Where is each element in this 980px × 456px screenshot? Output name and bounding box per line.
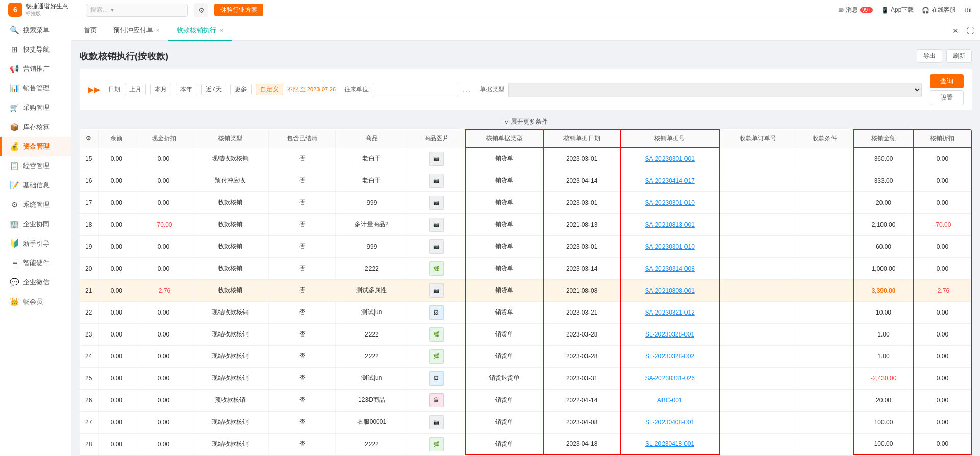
sidebar-item-sales[interactable]: 📊 销售管理 [0, 79, 71, 98]
td-row-num: 23 [80, 323, 98, 345]
this-year-btn[interactable]: 本年 [176, 84, 197, 95]
filter-bar: ▶▶ 日期 上月 本月 本年 近7天 更多 自定义 不限 至 2023-07-2… [80, 69, 972, 110]
cancel-bill-no-link[interactable]: SA-20210813-001 [645, 221, 694, 228]
sidebar-item-marketing[interactable]: 📢 营销推广 [0, 59, 71, 79]
logo-sub: 标推版 [26, 10, 68, 17]
column-settings-icon: ⚙ [86, 135, 91, 142]
expand-more-conditions-bar[interactable]: ∨ 展开更多条件 [80, 114, 972, 129]
app-download-button[interactable]: 📱 App下载 [881, 6, 914, 14]
sidebar: 🔍 搜索菜单 ⊞ 快捷导航 📢 营销推广 📊 销售管理 🛒 采购管理 📦 库存核… [0, 20, 71, 456]
orange-arrow-icon[interactable]: ▶▶ [88, 85, 100, 94]
sidebar-item-finance[interactable]: 💰 资金管理 [0, 137, 71, 156]
app-download-label: App下载 [891, 6, 914, 14]
sidebar-item-sys-admin[interactable]: ⚙ 系统管理 [0, 195, 71, 214]
settings-gear-icon[interactable]: ⚙ [194, 3, 208, 17]
table-row: 18 0.00 -70.00 收款核销 否 多计量商品2 📷 销货单 2021-… [80, 213, 971, 235]
sidebar-item-basic-info[interactable]: 📝 基础信息 [0, 176, 71, 195]
td-cancel-type: 现结收款核销 [192, 411, 268, 433]
sidebar-label-smart-hw: 智能硬件 [23, 258, 50, 268]
td-cancel-type: 现结收款核销 [192, 433, 268, 455]
cancel-bill-no-link[interactable]: ABC-001 [657, 397, 682, 404]
td-product-image: 🌿 [408, 433, 465, 455]
tab-prepay-close-icon[interactable]: × [155, 26, 160, 34]
tab-home[interactable]: 首页 [76, 20, 105, 41]
this-month-btn[interactable]: 本月 [150, 84, 172, 95]
sidebar-item-enterprise[interactable]: 🏢 企业协同 [0, 214, 71, 234]
cancel-bill-no-link[interactable]: SA-20230331-026 [645, 375, 694, 382]
main-layout: 🔍 搜索菜单 ⊞ 快捷导航 📢 营销推广 📊 销售管理 🛒 采购管理 📦 库存核… [0, 20, 980, 456]
td-cancel-bill-date: 2023-03-14 [543, 257, 621, 279]
custom-btn[interactable]: 自定义 [256, 84, 283, 95]
cancel-bill-no-link[interactable]: SA-20210808-001 [645, 287, 694, 294]
user-name[interactable]: Rit [964, 7, 972, 14]
product-image: 🌿 [429, 437, 444, 451]
cancel-bill-no-link[interactable]: SA-20230314-008 [645, 265, 694, 272]
clipboard-icon: 📋 [10, 161, 19, 171]
cancel-bill-no-link[interactable]: SL-20230328-001 [645, 331, 694, 338]
message-icon: ✉ [839, 7, 844, 14]
cancel-bill-no-link[interactable]: SA-20230301-001 [645, 155, 694, 162]
from-unit-input[interactable] [373, 83, 458, 97]
product-image: 📷 [429, 415, 444, 429]
sidebar-item-inventory[interactable]: 📦 库存核算 [0, 117, 71, 137]
td-cash-discount: -2.76 [135, 279, 192, 301]
td-cancel-discount: 0.00 [914, 235, 971, 257]
last-month-btn[interactable]: 上月 [125, 84, 146, 95]
sidebar-label-inventory: 库存核算 [23, 123, 50, 132]
bill-type-select[interactable] [508, 83, 922, 97]
th-collection-order-no: 收款单订单号 [719, 130, 796, 148]
document-icon: 📝 [10, 181, 19, 190]
td-cancel-bill-date: 2023-03-21 [543, 301, 621, 323]
td-cancel-bill-type: 销货单 [465, 191, 543, 213]
th-settings[interactable]: ⚙ [80, 130, 98, 148]
tab-prepay[interactable]: 预付冲应付单 × [105, 20, 168, 41]
td-cancel-discount: 0.00 [914, 433, 971, 455]
td-cancel-bill-date: 2021-08-13 [543, 213, 621, 235]
sidebar-item-beginner[interactable]: 🔰 新手引导 [0, 234, 71, 253]
product-image: 📷 [429, 283, 444, 298]
td-cancel-bill-date: 2023-03-31 [543, 367, 621, 389]
query-button[interactable]: 查询 [930, 74, 964, 88]
tab-collection[interactable]: 收款核销执行 × [168, 20, 232, 41]
sidebar-item-purchase[interactable]: 🛒 采购管理 [0, 98, 71, 117]
td-cancel-type: 收款核销 [192, 191, 268, 213]
last7-btn[interactable]: 近7天 [201, 84, 226, 95]
td-cancel-amount: 2,100.00 [853, 213, 914, 235]
td-cancel-type: 预付冲应收 [192, 170, 268, 191]
sidebar-item-quick-nav[interactable]: ⊞ 快捷导航 [0, 40, 71, 59]
maximize-icon[interactable]: ⛶ [965, 25, 976, 37]
td-collection-order-no [719, 191, 796, 213]
top-bar: 6 畅捷通谱好生意 标推版 搜索... ▼ ⚙ 休验行业方案 ✉ 消息 99+ … [0, 0, 980, 20]
sidebar-item-search-menu[interactable]: 🔍 搜索菜单 [0, 20, 71, 40]
td-cash-discount: 0.00 [135, 148, 192, 170]
cancel-bill-no-link[interactable]: SA-20230414-017 [645, 177, 694, 184]
cancel-bill-no-link[interactable]: SL-20230418-001 [645, 440, 694, 447]
close-window-icon[interactable]: ✕ [950, 25, 961, 37]
sidebar-item-member[interactable]: 👑 畅会员 [0, 292, 71, 311]
export-button[interactable]: 导出 [917, 49, 942, 63]
sidebar-label-sys-admin: 系统管理 [23, 200, 50, 209]
td-cancel-discount: 0.00 [914, 345, 971, 367]
cancel-bill-no-link[interactable]: SA-20230321-012 [645, 309, 694, 316]
refresh-button[interactable]: 刷新 [946, 49, 972, 63]
online-service-button[interactable]: 🎧 在线客服 [922, 6, 956, 14]
sidebar-item-operation[interactable]: 📋 经营管理 [0, 156, 71, 176]
industry-solution-button[interactable]: 休验行业方案 [214, 4, 263, 16]
cancel-bill-no-link[interactable]: SL-20230328-002 [645, 353, 694, 360]
cancel-bill-no-link[interactable]: SA-20230301-010 [645, 243, 694, 250]
cancel-bill-no-link[interactable]: SA-20230301-010 [645, 199, 694, 206]
td-product-image: 📷 [408, 411, 465, 433]
cancel-bill-no-link[interactable]: SL-20230408-001 [645, 419, 694, 426]
td-collection-condition [796, 213, 853, 235]
sidebar-item-smart-hw[interactable]: 🖥 智能硬件 [0, 253, 71, 273]
messages-button[interactable]: ✉ 消息 99+ [839, 6, 873, 14]
sidebar-item-wechat[interactable]: 💬 企业微信 [0, 273, 71, 292]
more-btn[interactable]: 更多 [230, 84, 252, 95]
td-cancel-bill-type: 销货单 [465, 345, 543, 367]
td-cash-discount: 0.00 [135, 389, 192, 411]
td-include-settled: 否 [269, 191, 336, 213]
date-range-display[interactable]: 不限 至 2023-07-26 [287, 86, 336, 93]
settings-button[interactable]: 设置 [930, 90, 964, 105]
td-cancel-bill-type: 销货退货单 [465, 367, 543, 389]
tab-collection-close-icon[interactable]: × [218, 26, 224, 34]
